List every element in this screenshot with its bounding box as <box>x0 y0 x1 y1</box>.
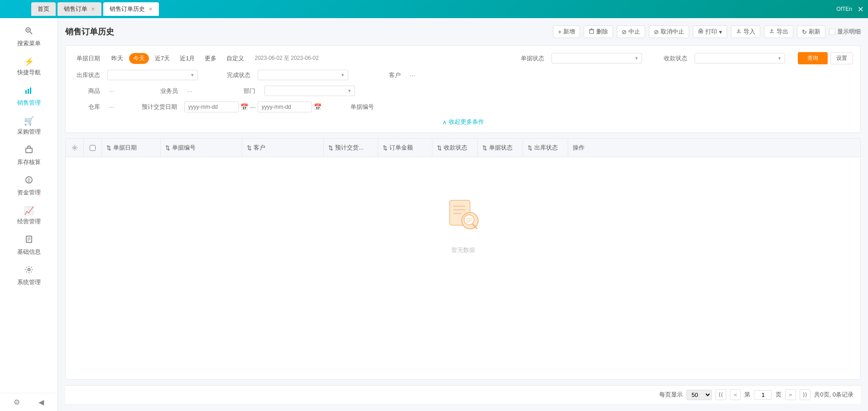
query-button[interactable]: 查询 <box>798 52 828 64</box>
refresh-button[interactable]: ↻ 刷新 <box>797 25 825 38</box>
tab-home[interactable]: 首页 <box>31 2 56 16</box>
sidebar-item-sys-mgmt[interactable]: 系统管理 <box>0 261 58 291</box>
tab-home-label: 首页 <box>38 5 49 13</box>
customer-label: 客户 <box>374 71 401 79</box>
collapse-up-icon: ∧ <box>442 119 447 126</box>
date-chip-more[interactable]: 更多 <box>201 53 221 64</box>
date-chip-1month[interactable]: 近1月 <box>176 53 199 64</box>
page-input[interactable] <box>754 390 772 400</box>
sidebar-item-inventory[interactable]: 库存核算 <box>0 140 58 171</box>
out-status-select[interactable]: ▾ <box>107 70 198 80</box>
delete-button[interactable]: 删除 <box>584 25 613 38</box>
th-settings[interactable] <box>66 139 84 157</box>
calendar-icon-from[interactable]: 📅 <box>240 103 248 111</box>
out-status-label: 出库状态 <box>73 71 100 79</box>
date-label: 单据日期 <box>73 54 100 63</box>
goods-label: 商品 <box>73 87 100 95</box>
empty-illustration <box>441 193 486 239</box>
tab-sales-order-close[interactable]: ✕ <box>91 6 95 12</box>
page-size-label: 每页显示 <box>659 391 683 399</box>
salesperson-ellipsis-btn[interactable]: ··· <box>185 87 194 95</box>
th-num[interactable]: ⇅ 单据编号 <box>161 139 242 157</box>
goods-ellipsis-btn[interactable]: ··· <box>107 87 116 95</box>
page-title: 销售订单历史 <box>65 26 114 37</box>
empty-state: 暂无数据 <box>66 157 860 290</box>
svg-rect-18 <box>700 31 702 32</box>
topbar-close-btn[interactable]: ✕ <box>858 5 863 14</box>
date-chip-3days[interactable]: 今天 <box>129 53 149 64</box>
th-checkbox[interactable] <box>84 139 102 157</box>
sidebar-label-inventory: 库存核算 <box>17 158 41 166</box>
search-menu-icon <box>24 26 34 38</box>
display-columns-checkbox[interactable]: 显示明细 <box>829 28 861 36</box>
prev-page-btn[interactable]: ＜ <box>730 389 741 400</box>
th-num-label: 单据编号 <box>172 144 196 152</box>
sidebar-item-base-info[interactable]: 基础信息 <box>0 230 58 261</box>
tab-sales-order-history-close[interactable]: ✕ <box>149 6 153 12</box>
sidebar-item-ops-mgmt[interactable]: 📈 经营管理 <box>0 201 58 230</box>
collapse-label: 收起更多条件 <box>449 118 484 126</box>
import-button[interactable]: 导入 <box>731 25 760 38</box>
svg-point-8 <box>26 177 32 183</box>
th-status[interactable]: ⇅ 单据状态 <box>478 139 523 157</box>
th-delivery-icon: ⇅ <box>328 145 333 151</box>
th-action: 操作 <box>568 139 860 157</box>
svg-rect-7 <box>26 148 32 153</box>
ops-mgmt-icon: 📈 <box>24 206 34 216</box>
sidebar-collapse-icon[interactable]: ◀ <box>38 398 44 406</box>
date-range-text: 2023-06-02 至 2023-06-02 <box>254 54 318 62</box>
select-all-checkbox[interactable] <box>90 145 96 151</box>
stop-icon: ⊘ <box>622 29 627 35</box>
sidebar-item-sales-mgmt[interactable]: 销售管理 <box>0 81 58 111</box>
sidebar-item-quick-nav[interactable]: ⚡ 快捷导航 <box>0 52 58 81</box>
th-date[interactable]: ⇅ 单据日期 <box>102 139 161 157</box>
delivery-date-to[interactable] <box>258 102 312 112</box>
page-size-select[interactable]: 50 10 20 100 <box>686 390 712 400</box>
print-dropdown-icon[interactable]: ▾ <box>719 29 722 35</box>
date-chip-yesterday[interactable]: 昨天 <box>107 53 127 64</box>
svg-point-25 <box>464 215 474 225</box>
th-customer[interactable]: ⇅ 客户 <box>242 139 324 157</box>
th-out-icon: ⇅ <box>528 145 532 151</box>
th-delivery[interactable]: ⇅ 预计交货... <box>324 139 378 157</box>
page-label: 页 <box>776 391 782 399</box>
date-chip-7days[interactable]: 近7天 <box>151 53 174 64</box>
dept-chevron: ▾ <box>348 88 351 94</box>
delete-icon <box>589 28 595 35</box>
dept-select[interactable]: ▾ <box>264 86 355 96</box>
th-payment[interactable]: ⇅ 收款状态 <box>432 139 478 157</box>
sidebar-item-finance[interactable]: 资金管理 <box>0 171 58 201</box>
stop-button[interactable]: ⊘ 中止 <box>617 25 645 38</box>
complete-status-select[interactable]: ▾ <box>258 70 348 80</box>
payment-status-select[interactable]: ▾ <box>695 53 785 63</box>
warehouse-ellipsis-btn[interactable]: ··· <box>107 103 116 111</box>
print-label: 打印 <box>705 28 717 36</box>
order-status-select[interactable]: ▾ <box>551 53 642 63</box>
export-label: 导出 <box>777 28 788 36</box>
purchase-mgmt-icon: 🛒 <box>24 116 34 126</box>
import-icon <box>736 28 742 35</box>
tab-sales-order[interactable]: 销售订单 ✕ <box>58 2 101 16</box>
settings-button[interactable]: 设置 <box>830 52 853 64</box>
th-amount-icon: ⇅ <box>383 145 388 151</box>
sidebar-settings-icon[interactable]: ⚙ <box>14 398 20 406</box>
next-page-btn[interactable]: ＞ <box>785 389 796 400</box>
date-chip-custom[interactable]: 自定义 <box>222 53 248 64</box>
collapse-button[interactable]: ∧ 收起更多条件 <box>442 118 484 126</box>
new-button[interactable]: + 新增 <box>553 25 580 38</box>
svg-rect-14 <box>590 30 594 34</box>
filter-row-2: 出库状态 ▾ 完成状态 ▾ 客户 ··· <box>73 70 853 80</box>
export-button[interactable]: 导出 <box>764 25 793 38</box>
delivery-date-from[interactable] <box>184 102 239 112</box>
th-amount[interactable]: ⇅ 订单金额 <box>378 139 432 157</box>
cancel-stop-button[interactable]: ⊘ 取消中止 <box>649 25 689 38</box>
tab-sales-order-history[interactable]: 销售订单历史 ✕ <box>103 2 159 16</box>
calendar-icon-to[interactable]: 📅 <box>314 103 321 111</box>
customer-ellipsis-btn[interactable]: ··· <box>408 72 417 79</box>
sidebar-item-purchase-mgmt[interactable]: 🛒 采购管理 <box>0 111 58 140</box>
last-page-btn[interactable]: ⟩⟩ <box>800 389 810 400</box>
sidebar-item-search-menu[interactable]: 搜索菜单 <box>0 22 58 52</box>
print-button[interactable]: 打印 ▾ <box>693 25 727 38</box>
first-page-btn[interactable]: ⟨⟨ <box>715 389 726 400</box>
th-out[interactable]: ⇅ 出库状态 <box>523 139 568 157</box>
